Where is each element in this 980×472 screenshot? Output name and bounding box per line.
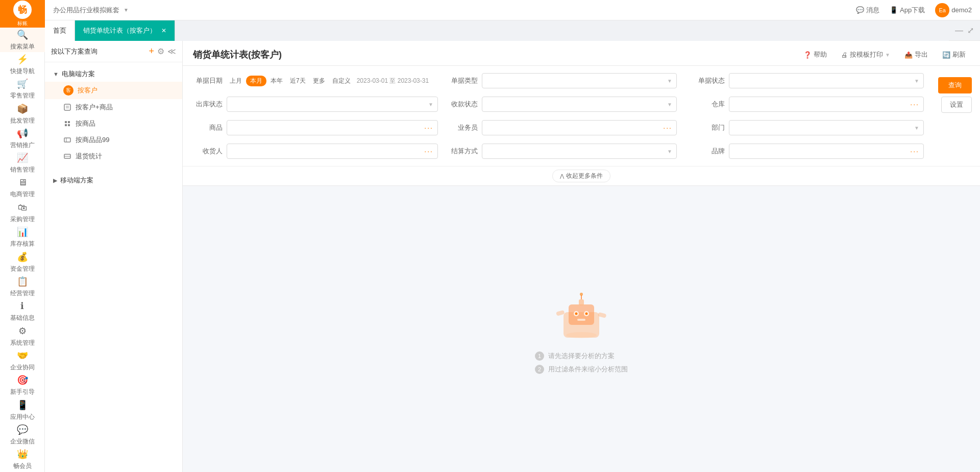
collapse-panel-btn[interactable]: ≪ bbox=[167, 46, 176, 56]
goods-dots[interactable]: ··· bbox=[424, 124, 433, 132]
newbie-icon: 🎯 bbox=[17, 374, 28, 386]
print-dropdown-arrow[interactable]: ▼ bbox=[885, 52, 890, 58]
settings-scheme-btn[interactable]: ⚙ bbox=[157, 46, 164, 56]
sidebar-item-inventory[interactable]: 📊 库存核算 bbox=[0, 225, 45, 250]
left-panel-title: 按以下方案查询 bbox=[51, 47, 97, 56]
empty-hints: 1 请先选择要分析的方案 2 用过滤条件来缩小分析范围 bbox=[535, 351, 628, 374]
sidebar-item-appcenter[interactable]: 📱 应用中心 bbox=[0, 398, 45, 422]
page-actions: ❓ 帮助 🖨 按模板打印 ▼ 📤 导出 🔄 刷新 bbox=[799, 48, 970, 61]
brand-select[interactable]: ··· bbox=[729, 144, 924, 159]
messages-btn[interactable]: 💬 消息 bbox=[856, 6, 879, 15]
department-select[interactable]: ▼ bbox=[729, 120, 924, 135]
tab-minimize-icon[interactable]: — bbox=[955, 26, 963, 35]
export-btn[interactable]: 📤 导出 bbox=[900, 48, 932, 61]
tab-sales-stat[interactable]: 销货单统计表（按客户） ✕ bbox=[75, 20, 175, 41]
receipt-status-select[interactable]: ▼ bbox=[482, 97, 677, 112]
scheme-item-by-customer-goods[interactable]: 按客户+商品 bbox=[45, 99, 182, 115]
sidebar-item-search[interactable]: 🔍 搜索菜单 bbox=[0, 28, 45, 52]
print-btn[interactable]: 🖨 按模板打印 ▼ bbox=[837, 48, 894, 61]
add-scheme-btn[interactable]: + bbox=[149, 46, 154, 57]
scheme-label-by-customer-goods: 按客户+商品 bbox=[76, 103, 113, 112]
sidebar-item-member[interactable]: 👑 畅会员 bbox=[0, 447, 45, 472]
sidebar-item-ecommerce[interactable]: 🖥 电商管理 bbox=[0, 176, 45, 200]
sidebar-item-retail[interactable]: 🛒 零售管理 bbox=[0, 77, 45, 102]
sidebar-item-system[interactable]: ⚙ 系统管理 bbox=[0, 324, 45, 348]
sidebar-item-label: 应用中心 bbox=[10, 413, 35, 421]
filter-row-1: 单据日期 上月 本月 本年 近7天 更多 自定义 2023-03-01 至 20… bbox=[191, 71, 932, 90]
collapse-btn[interactable]: ⋀ 收起更多条件 bbox=[552, 170, 610, 182]
refresh-btn[interactable]: 🔄 刷新 bbox=[938, 48, 970, 61]
sidebar-item-marketing[interactable]: 📢 营销推广 bbox=[0, 126, 45, 151]
messages-label: 消息 bbox=[866, 6, 879, 15]
out-status-select[interactable]: ▼ bbox=[227, 97, 438, 112]
wechat-icon: 💬 bbox=[17, 424, 28, 435]
account-dropdown-arrow[interactable]: ▼ bbox=[124, 7, 129, 13]
sidebar-item-purchase[interactable]: 🛍 采购管理 bbox=[0, 200, 45, 225]
date-tab-this-year[interactable]: 本年 bbox=[267, 76, 286, 86]
scheme-item-by-customer[interactable]: 客 按客户 bbox=[45, 82, 182, 99]
sidebar-item-operation[interactable]: 📋 经营管理 bbox=[0, 274, 45, 299]
date-range-display: 2023-03-01 至 2023-03-31 bbox=[357, 77, 429, 85]
scheme-item-by-goods[interactable]: 按商品 bbox=[45, 115, 182, 132]
sidebar-item-basic[interactable]: ℹ 基础信息 bbox=[0, 299, 45, 324]
svg-rect-6 bbox=[68, 124, 70, 126]
goods-select[interactable]: ··· bbox=[227, 120, 438, 135]
sidebar-item-newbie[interactable]: 🎯 新手引导 bbox=[0, 373, 45, 398]
receiver-select[interactable]: ··· bbox=[227, 144, 438, 159]
tab-home-label: 首页 bbox=[53, 26, 66, 35]
scheme-item-return-stat[interactable]: 退货统计 bbox=[45, 148, 182, 164]
search-icon: 🔍 bbox=[17, 29, 28, 40]
sidebar-item-label: 新手引导 bbox=[10, 388, 35, 396]
receiver-dots[interactable]: ··· bbox=[424, 147, 433, 155]
sidebar-item-sales[interactable]: 📈 销售管理 bbox=[0, 151, 45, 176]
date-tab-more[interactable]: 更多 bbox=[310, 76, 328, 86]
order-status-select[interactable]: ▼ bbox=[729, 73, 924, 88]
scheme-item-by-goods-99[interactable]: 按商品品99 bbox=[45, 132, 182, 148]
filter-warehouse: 仓库 ··· bbox=[685, 95, 932, 114]
sidebar-item-wholesale[interactable]: 📦 批发管理 bbox=[0, 102, 45, 126]
filter-department: 部门 ▼ bbox=[685, 118, 932, 137]
warehouse-select[interactable]: ··· bbox=[729, 97, 924, 112]
user-name: demo2 bbox=[951, 6, 972, 14]
logo-text: 标账 bbox=[17, 20, 28, 27]
sidebar-item-finance[interactable]: 💰 资金管理 bbox=[0, 250, 45, 274]
brand-dots[interactable]: ··· bbox=[910, 147, 919, 155]
date-tab-last-month[interactable]: 上月 bbox=[227, 76, 245, 86]
sidebar-item-enterprise[interactable]: 🤝 企业协同 bbox=[0, 348, 45, 373]
app-download-btn[interactable]: 📱 App下载 bbox=[890, 6, 925, 15]
empty-illustration bbox=[551, 284, 612, 345]
goods-99-icon bbox=[63, 136, 71, 144]
tab-close-icon[interactable]: ✕ bbox=[161, 27, 166, 34]
date-tab-this-month[interactable]: 本月 bbox=[246, 76, 266, 86]
date-tab-custom[interactable]: 自定义 bbox=[329, 76, 354, 86]
sidebar-item-label: 基础信息 bbox=[10, 314, 35, 322]
settlement-select[interactable]: ▼ bbox=[482, 144, 677, 159]
quicknav-icon: ⚡ bbox=[17, 54, 28, 65]
salesperson-label: 业务员 bbox=[446, 123, 482, 132]
filter-out-status: 出库状态 ▼ bbox=[191, 95, 438, 114]
svg-rect-5 bbox=[65, 124, 67, 126]
date-tab-last-7[interactable]: 近7天 bbox=[287, 76, 309, 86]
sidebar-item-wechat[interactable]: 💬 企业微信 bbox=[0, 422, 45, 447]
retail-icon: 🛒 bbox=[17, 78, 28, 89]
order-type-select[interactable]: ▼ bbox=[482, 73, 677, 88]
sidebar-item-label: 企业微信 bbox=[10, 437, 35, 446]
warehouse-dots[interactable]: ··· bbox=[910, 100, 919, 108]
user-menu[interactable]: Ea demo2 bbox=[935, 3, 972, 17]
app-logo: 畅 标账 bbox=[0, 0, 45, 28]
tab-maximize-icon[interactable]: ⤢ bbox=[967, 26, 974, 35]
salesperson-dots[interactable]: ··· bbox=[663, 124, 672, 132]
sidebar-item-quick-nav[interactable]: ⚡ 快捷导航 bbox=[0, 52, 45, 77]
mobile-scheme-group-title[interactable]: ▶ 移动端方案 bbox=[45, 173, 182, 188]
operation-icon: 📋 bbox=[17, 276, 28, 287]
sidebar-item-label: 电商管理 bbox=[10, 190, 35, 199]
help-btn[interactable]: ❓ 帮助 bbox=[799, 48, 831, 61]
desktop-scheme-group-title[interactable]: ▼ 电脑端方案 bbox=[45, 66, 182, 82]
query-button[interactable]: 查询 bbox=[938, 77, 972, 93]
tab-bar: 首页 销货单统计表（按客户） ✕ — ⤢ bbox=[45, 20, 980, 41]
settings-button[interactable]: 设置 bbox=[941, 97, 972, 113]
tab-home[interactable]: 首页 bbox=[45, 20, 75, 41]
refresh-label: 刷新 bbox=[952, 50, 966, 59]
filter-receiver: 收货人 ··· bbox=[191, 141, 438, 161]
salesperson-select[interactable]: ··· bbox=[482, 120, 677, 135]
